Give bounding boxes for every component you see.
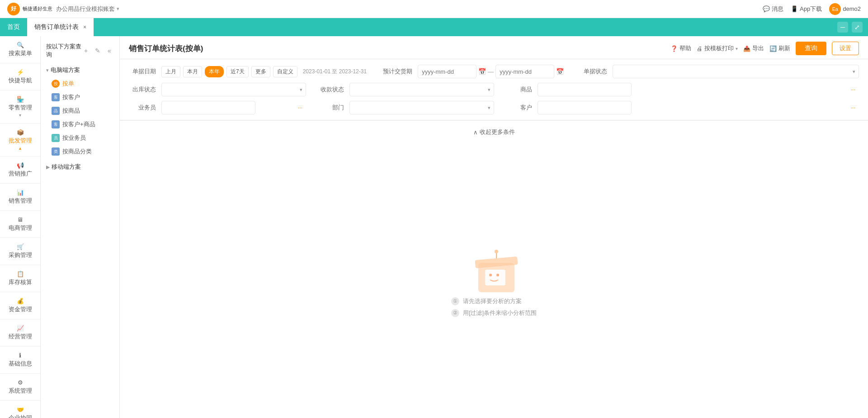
sidebar-item-marketing[interactable]: 📢 营销推广 — [0, 157, 40, 184]
avatar: Ea — [829, 3, 841, 15]
plan-item-by-order[interactable]: 按 按单 — [41, 77, 119, 90]
status-select-wrap: ▾ — [613, 65, 859, 78]
active-tab-label: 销售订单统计表 — [34, 23, 79, 31]
tab-fullscreen-btn[interactable]: ⤢ — [852, 22, 863, 33]
plan-item-by-goods[interactable]: 品 按商品 — [41, 104, 119, 118]
date-btn-7days[interactable]: 近7天 — [226, 66, 249, 77]
export-icon: 📤 — [743, 45, 750, 52]
help-btn[interactable]: ❓ 帮助 — [670, 44, 691, 52]
delivery-status-select[interactable] — [161, 83, 306, 96]
plan-item-by-customer[interactable]: 客 按客户 — [41, 90, 119, 104]
sidebar-item-retail[interactable]: 🏪 零售管理 ▾ — [0, 90, 40, 124]
settings-button[interactable]: 设置 — [832, 42, 859, 55]
payment-status-select[interactable] — [349, 83, 494, 96]
sidebar-item-search[interactable]: 🔍 搜索菜单 — [0, 36, 40, 63]
sidebar-item-operations[interactable]: 📈 经营管理 — [0, 319, 40, 347]
payment-status-wrap: ▾ — [349, 83, 494, 96]
expected-date-end[interactable] — [495, 65, 554, 78]
expected-date-start[interactable] — [418, 65, 476, 78]
plan-item-by-category[interactable]: 类 按商品分类 — [41, 145, 119, 158]
pc-section-header[interactable]: ▾ 电脑端方案 — [41, 63, 119, 77]
template-print-btn[interactable]: 🖨 按模板打印 ▾ — [697, 44, 738, 52]
svg-point-6 — [495, 250, 498, 253]
delivery-status-label: 出库状态 — [129, 86, 156, 94]
salesperson-input[interactable] — [161, 101, 255, 114]
goods-more-btn[interactable]: ··· — [851, 86, 855, 93]
sidebar-item-wholesale[interactable]: 📦 批发管理 ▴ — [0, 124, 40, 157]
status-select[interactable] — [613, 65, 859, 78]
sidebar-item-sales[interactable]: 📊 销售管理 — [0, 184, 40, 211]
page-action-group: ❓ 帮助 🖨 按模板打印 ▾ 📤 导出 🔄 刷新 — [670, 42, 859, 55]
department-wrap: ▾ — [349, 101, 494, 114]
by-order-label: 按单 — [62, 80, 74, 88]
export-btn[interactable]: 📤 导出 — [743, 44, 764, 52]
breadcrumb: 办公用品行业模拟账套 ▾ — [56, 5, 119, 13]
payment-status-label: 收款状态 — [317, 86, 344, 94]
sidebar-item-purchase[interactable]: 🛒 采购管理 — [0, 238, 40, 265]
plan-item-by-customer-goods[interactable]: 客 按客户+商品 — [41, 118, 119, 131]
refresh-btn[interactable]: 🔄 刷新 — [769, 44, 790, 52]
mobile-section-header[interactable]: ▶ 移动端方案 — [41, 160, 119, 174]
top-bar-left: 好 畅捷通好生意 办公用品行业模拟账套 ▾ — [7, 3, 119, 15]
message-label: 消息 — [772, 5, 783, 13]
add-plan-btn[interactable]: + — [81, 46, 90, 55]
empty-svg — [467, 245, 526, 294]
logo-icon: 好 — [7, 3, 20, 15]
calendar-icon-2[interactable]: 📅 — [556, 68, 564, 75]
tab-minimize-btn[interactable]: ─ — [837, 22, 848, 33]
wholesale-icon: 📦 — [17, 129, 24, 136]
sidebar-operations-label: 经营管理 — [9, 332, 32, 341]
customer-more-btn[interactable]: ··· — [851, 104, 855, 111]
left-panel-icons: + ✎ « — [81, 46, 114, 55]
date-btn-thismonth[interactable]: 本月 — [183, 66, 202, 77]
pc-section: ▾ 电脑端方案 按 按单 客 按客户 品 按商品 客 按客户+商品 — [41, 63, 119, 158]
department-select[interactable] — [349, 101, 494, 114]
refresh-icon: 🔄 — [769, 45, 777, 52]
salesperson-more-btn[interactable]: ··· — [298, 104, 302, 111]
collapse-panel-btn[interactable]: « — [105, 46, 114, 55]
tab-home[interactable]: 首页 — [0, 18, 27, 36]
top-bar: 好 畅捷通好生意 办公用品行业模拟账套 ▾ 💬 消息 📱 App下载 Ea de… — [0, 0, 868, 18]
sidebar-finance-label: 资金管理 — [9, 305, 32, 314]
goods-input[interactable] — [538, 83, 632, 96]
system-icon: ⚙ — [18, 379, 23, 386]
sidebar-item-ecommerce[interactable]: 🖥 电商管理 — [0, 211, 40, 238]
date-btn-more[interactable]: 更多 — [251, 66, 270, 77]
right-panel: 销售订单统计表(按单) ❓ 帮助 🖨 按模板打印 ▾ 📤 导出 — [120, 36, 868, 418]
by-goods-label: 按商品 — [62, 107, 80, 115]
home-tab-label: 首页 — [7, 23, 20, 31]
sidebar-item-quicknav[interactable]: ⚡ 快捷导航 — [0, 63, 40, 90]
sidebar-purchase-label: 采购管理 — [9, 251, 32, 259]
sidebar-item-inventory[interactable]: 📋 库存核算 — [0, 265, 40, 292]
sidebar-item-basic-info[interactable]: ℹ 基础信息 — [0, 347, 40, 374]
delivery-status-wrap: ▾ — [161, 83, 306, 96]
tab-active[interactable]: 销售订单统计表 × — [27, 18, 94, 36]
svg-point-3 — [489, 274, 492, 276]
filter-area: 单据日期 上月 本月 本年 近7天 更多 自定义 2023-01-01 至 20… — [120, 59, 868, 120]
sidebar-item-system[interactable]: ⚙ 系统管理 — [0, 374, 40, 401]
plan-item-by-salesperson[interactable]: 员 按业务员 — [41, 131, 119, 145]
edit-plan-btn[interactable]: ✎ — [93, 46, 102, 55]
sidebar-system-label: 系统管理 — [9, 387, 32, 395]
sidebar-item-finance[interactable]: 💰 资金管理 — [0, 292, 40, 319]
wholesale-arrow-icon: ▴ — [19, 146, 21, 151]
collapse-icon: ∧ — [473, 129, 478, 136]
date-btn-custom[interactable]: 自定义 — [273, 66, 297, 77]
date-btn-lastmonth[interactable]: 上月 — [161, 66, 180, 77]
message-btn[interactable]: 💬 消息 — [763, 5, 783, 13]
query-button[interactable]: 查询 — [796, 42, 826, 55]
by-goods-icon: 品 — [52, 107, 60, 115]
salesperson-wrap: ··· — [161, 101, 306, 114]
status-label: 单据状态 — [580, 67, 607, 76]
tab-bar-right: ─ ⤢ — [837, 22, 868, 33]
tab-close-icon[interactable]: × — [83, 24, 86, 30]
user-avatar-area[interactable]: Ea demo2 — [829, 3, 861, 15]
app-download-btn[interactable]: 📱 App下载 — [791, 5, 822, 13]
date-separator: — — [488, 68, 494, 75]
sidebar-item-collab[interactable]: 🤝 企业协同 — [0, 401, 40, 418]
customer-input[interactable] — [538, 101, 632, 114]
collapse-btn[interactable]: ∧ 收起更多条件 — [471, 125, 518, 139]
calendar-icon-1[interactable]: 📅 — [478, 68, 486, 75]
date-btn-thisyear[interactable]: 本年 — [205, 66, 224, 77]
filter-row-2: 出库状态 ▾ 收款状态 ▾ 商品 ··· — [129, 83, 859, 96]
